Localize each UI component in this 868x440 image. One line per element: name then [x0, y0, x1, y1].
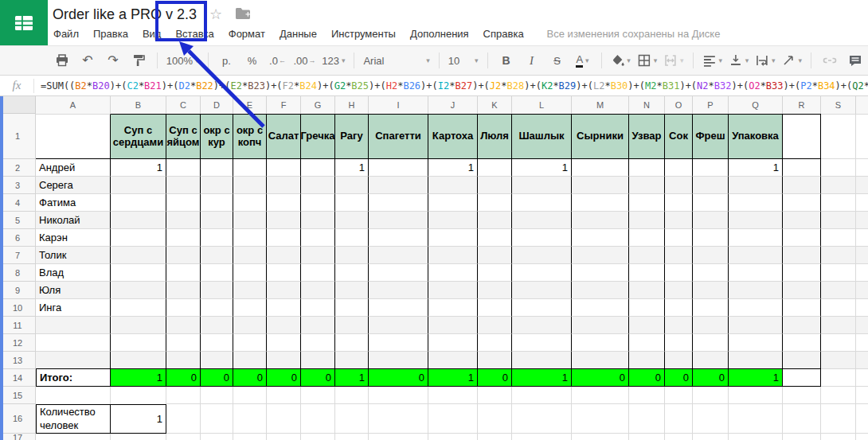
menu-data[interactable]: Данные [272, 25, 324, 42]
cell-N15[interactable] [629, 387, 665, 404]
col-header-K[interactable]: K [478, 96, 512, 114]
cell-I9[interactable] [369, 282, 428, 299]
cell-E17[interactable] [233, 434, 267, 440]
cell-D7[interactable] [201, 247, 233, 264]
cell-O3[interactable] [665, 177, 693, 194]
cell-A16[interactable]: Количество человек [36, 404, 111, 434]
cell-E4[interactable] [233, 194, 267, 212]
menu-file[interactable]: Файл [46, 25, 86, 42]
cell-E5[interactable] [233, 212, 267, 229]
cell-G3[interactable] [301, 177, 335, 194]
bold-button[interactable]: B [494, 50, 519, 71]
cell-C15[interactable] [166, 387, 201, 404]
cell-D6[interactable] [201, 229, 233, 247]
cell-R14[interactable] [783, 369, 821, 387]
cell-I5[interactable] [369, 212, 428, 229]
cell-B17[interactable] [111, 434, 166, 440]
cell-P10[interactable] [693, 299, 729, 317]
cell-P7[interactable] [693, 247, 729, 264]
cell-N4[interactable] [629, 194, 665, 212]
horizontal-align-button[interactable]: ▾ [699, 50, 725, 71]
cell-extra2[interactable] [856, 159, 868, 177]
cell-R11[interactable] [783, 317, 821, 334]
document-title[interactable]: Order like a PRO v 2.3 [53, 6, 197, 23]
cell-extra6[interactable] [856, 229, 868, 247]
row-header-8[interactable]: 8 [0, 264, 36, 282]
percent-format-button[interactable]: % [240, 50, 265, 71]
row-header-11[interactable]: 11 [0, 317, 36, 334]
cell-B11[interactable] [111, 317, 166, 334]
cell-D8[interactable] [201, 264, 233, 282]
cell-extra3[interactable] [856, 177, 868, 194]
cell-J7[interactable] [428, 247, 478, 264]
cell-O13[interactable] [665, 352, 693, 369]
cell-H2[interactable]: 1 [335, 159, 369, 177]
cell-J12[interactable] [428, 334, 478, 352]
cell-M10[interactable] [572, 299, 629, 317]
cell-J5[interactable] [428, 212, 478, 229]
select-all-corner[interactable] [0, 96, 36, 114]
cell-J13[interactable] [428, 352, 478, 369]
cell-R4[interactable] [783, 194, 821, 212]
cell-A11[interactable] [36, 317, 111, 334]
cell-D15[interactable] [201, 387, 233, 404]
col-header-G[interactable]: G [301, 96, 335, 114]
cell-J17[interactable] [428, 434, 478, 440]
cell-B16[interactable]: 1 [111, 404, 166, 434]
cell-L11[interactable] [512, 317, 572, 334]
cell-E15[interactable] [233, 387, 267, 404]
cell-E11[interactable] [233, 317, 267, 334]
font-family-select[interactable]: Arial▾ [360, 50, 432, 71]
text-rotation-button[interactable]: ▾ [779, 50, 805, 71]
cell-N5[interactable] [629, 212, 665, 229]
cell-H4[interactable] [335, 194, 369, 212]
cell-G9[interactable] [301, 282, 335, 299]
col-header-Q[interactable]: Q [729, 96, 783, 114]
cell-M9[interactable] [572, 282, 629, 299]
cell-S10[interactable] [821, 299, 856, 317]
cell-K15[interactable] [478, 387, 512, 404]
cell-K8[interactable] [478, 264, 512, 282]
cell-H10[interactable] [335, 299, 369, 317]
cell-I17[interactable] [369, 434, 428, 440]
cell-P1[interactable]: Фреш [693, 114, 729, 159]
cell-P12[interactable] [693, 334, 729, 352]
cell-A17[interactable] [36, 434, 111, 440]
cell-M7[interactable] [572, 247, 629, 264]
cell-B2[interactable]: 1 [111, 159, 166, 177]
cell-extra10[interactable] [856, 299, 868, 317]
cell-E8[interactable] [233, 264, 267, 282]
cell-L2[interactable]: 1 [512, 159, 572, 177]
cell-F10[interactable] [267, 299, 301, 317]
cell-F8[interactable] [267, 264, 301, 282]
menu-view[interactable]: Вид [135, 25, 169, 42]
col-header-L[interactable]: L [512, 96, 572, 114]
cell-Q9[interactable] [729, 282, 783, 299]
menu-format[interactable]: Формат [221, 25, 272, 42]
cell-N17[interactable] [629, 434, 665, 440]
cell-I7[interactable] [369, 247, 428, 264]
cell-Q15[interactable] [729, 387, 783, 404]
cell-Q4[interactable] [729, 194, 783, 212]
row-header-16[interactable]: 16 [0, 404, 36, 434]
cell-P3[interactable] [693, 177, 729, 194]
cell-extra11[interactable] [856, 317, 868, 334]
cell-S6[interactable] [821, 229, 856, 247]
cell-D1[interactable]: окр с кур [201, 114, 233, 159]
cell-Q2[interactable]: 1 [729, 159, 783, 177]
cell-F7[interactable] [267, 247, 301, 264]
row-header-1[interactable]: 1 [0, 114, 36, 159]
cell-A7[interactable]: Толик [36, 247, 111, 264]
cell-R1[interactable] [783, 114, 821, 159]
insert-link-button[interactable] [817, 50, 843, 71]
cell-A12[interactable] [36, 334, 111, 352]
paint-format-button[interactable] [126, 50, 151, 71]
cell-S16[interactable] [821, 404, 856, 434]
cell-K6[interactable] [478, 229, 512, 247]
cell-R2[interactable] [783, 159, 821, 177]
col-header-I[interactable]: I [369, 96, 428, 114]
col-header-N[interactable]: N [629, 96, 665, 114]
cell-K1[interactable]: Люля [478, 114, 512, 159]
col-header-S[interactable]: S [821, 96, 856, 114]
cell-I15[interactable] [369, 387, 428, 404]
